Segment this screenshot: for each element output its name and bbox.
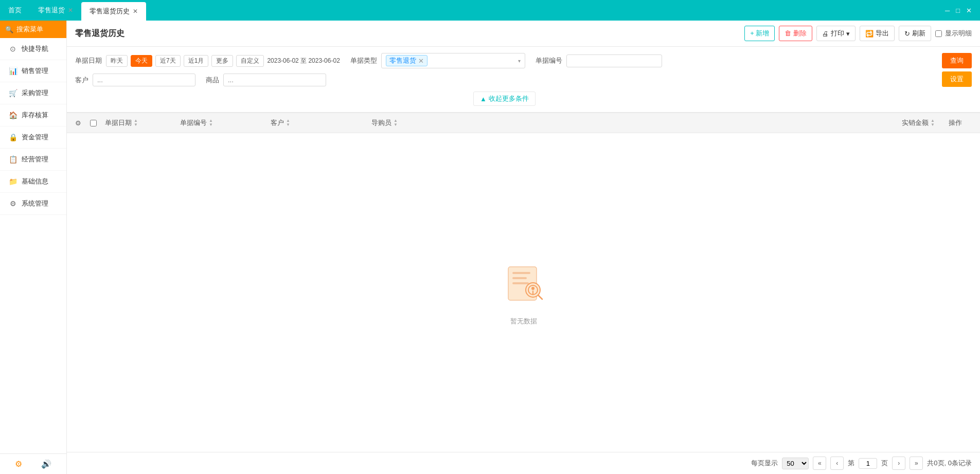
sidebar-item-inventory[interactable]: 🏠 库存核算 (0, 104, 66, 126)
prev-page-button[interactable]: ‹ (830, 457, 844, 470)
doctype-tag-remove[interactable]: ✕ (418, 57, 424, 65)
print-button[interactable]: 🖨 打印 ▾ (816, 26, 856, 41)
maximize-icon[interactable]: □ (956, 7, 960, 14)
date-btn-more[interactable]: 更多 (211, 55, 233, 67)
filter-goods-item: 商品 (206, 74, 326, 86)
date-filter-buttons: 昨天 今天 近7天 近1月 更多 自定义 2023-06-02 至 2023-0… (106, 55, 340, 67)
per-page-select[interactable]: 50 10 20 100 (782, 458, 809, 469)
page-title: 零售退货历史 (75, 28, 124, 39)
per-page-label: 每页显示 (751, 459, 778, 468)
retail-return-close-icon[interactable]: ✕ (68, 7, 73, 14)
tab-area: 首页 零售退货 ✕ 零售退货历史 ✕ (0, 0, 937, 21)
tab-home[interactable]: 首页 (0, 0, 30, 21)
th-number-label: 单据编号 (180, 118, 207, 127)
minimize-icon[interactable]: ─ (945, 7, 950, 14)
th-action: 操作 (935, 118, 976, 127)
main-layout: 🔍 搜索菜单 ⊙ 快捷导航 📊 销售管理 🛒 采购管理 🏠 库存核算 🔒 (0, 21, 980, 474)
doctype-dropdown-arrow: ▾ (518, 58, 521, 64)
sidebar-item-purchase[interactable]: 🛒 采购管理 (0, 82, 66, 104)
sidebar-item-quick-nav[interactable]: ⊙ 快捷导航 (0, 38, 66, 60)
sidebar-search[interactable]: 🔍 搜索菜单 (0, 21, 66, 38)
filter-content: 单据日期 昨天 今天 近7天 近1月 更多 自定义 2023-06-02 至 2… (75, 53, 934, 106)
table-settings-icon[interactable]: ⚙ (71, 119, 85, 127)
th-amount[interactable]: 实销金额 ▲▼ (433, 118, 935, 127)
sidebar-item-sales[interactable]: 📊 销售管理 (0, 60, 66, 82)
total-info: 共0页, 0条记录 (927, 459, 972, 468)
pagination: 每页显示 50 10 20 100 « ‹ 第 页 › » 共0页, 0条记录 (67, 452, 980, 474)
filter-area: 单据日期 昨天 今天 近7天 近1月 更多 自定义 2023-06-02 至 2… (67, 47, 980, 113)
retail-return-tab-label: 零售退货 (38, 6, 65, 15)
date-btn-custom[interactable]: 自定义 (236, 55, 264, 67)
doctype-tag-value: 零售退货 (389, 56, 416, 65)
purchase-icon: 🛒 (8, 88, 17, 98)
th-number[interactable]: 单据编号 ▲▼ (180, 118, 262, 127)
quick-nav-icon: ⊙ (8, 44, 17, 53)
system-icon: ⚙ (8, 199, 17, 208)
date-sort-icon: ▲▼ (134, 119, 138, 127)
customer-label: 客户 (75, 76, 88, 85)
sidebar-item-finance[interactable]: 🔒 资金管理 (0, 126, 66, 149)
date-btn-yesterday[interactable]: 昨天 (106, 55, 128, 67)
operation-icon: 📋 (8, 155, 17, 164)
new-button[interactable]: + 新增 (744, 26, 775, 41)
header-checkbox-col (85, 120, 101, 126)
print-dropdown-icon: ▾ (846, 30, 850, 38)
page-number-input[interactable] (859, 458, 877, 469)
display-detail-checkbox-area: 显示明细 (935, 29, 972, 38)
inventory-icon: 🏠 (8, 111, 17, 120)
first-page-button[interactable]: « (813, 457, 826, 470)
th-customer[interactable]: 客户 ▲▼ (271, 118, 363, 127)
empty-icon (498, 259, 549, 311)
filter-customer-item: 客户 (75, 74, 195, 86)
svg-rect-1 (512, 272, 530, 274)
export-button[interactable]: 🔁 导出 (860, 26, 895, 41)
number-sort-icon: ▲▼ (209, 119, 213, 127)
sidebar-item-label: 系统管理 (22, 199, 48, 208)
content-area: 零售退货历史 + 新增 🗑 删除 🖨 打印 ▾ 🔁 导出 ↻ 刷新 (67, 21, 980, 474)
sidebar-item-system[interactable]: ⚙ 系统管理 (0, 193, 66, 215)
page-unit: 页 (881, 459, 888, 468)
docnumber-input[interactable] (566, 54, 662, 67)
sidebar-bottom: ⚙ 🔊 (0, 453, 66, 474)
empty-state: 暂无数据 (67, 133, 980, 452)
goods-label: 商品 (206, 76, 219, 85)
settings-button[interactable]: 设置 (942, 71, 972, 87)
sales-icon: 📊 (8, 66, 17, 76)
customer-input[interactable] (93, 74, 195, 86)
display-detail-label: 显示明细 (945, 29, 972, 38)
tab-retail-return-history[interactable]: 零售退货历史 ✕ (81, 2, 146, 21)
filter-row-1: 单据日期 昨天 今天 近7天 近1月 更多 自定义 2023-06-02 至 2… (75, 53, 934, 68)
th-customer-label: 客户 (271, 118, 284, 127)
date-btn-today[interactable]: 今天 (131, 55, 152, 67)
last-page-button[interactable]: » (910, 457, 923, 470)
svg-rect-2 (512, 277, 527, 279)
date-btn-7days[interactable]: 近7天 (155, 55, 181, 67)
collapse-icon: ▲ (480, 95, 487, 103)
query-button[interactable]: 查询 (942, 53, 972, 68)
next-page-button[interactable]: › (892, 457, 905, 470)
search-label: 搜索菜单 (16, 25, 43, 34)
date-btn-1month[interactable]: 近1月 (184, 55, 209, 67)
retail-return-history-tab-label: 零售退货历史 (90, 7, 130, 16)
sidebar-item-basic-info[interactable]: 📁 基础信息 (0, 171, 66, 193)
export-label: 导出 (876, 29, 889, 38)
collapse-button[interactable]: ▲ 收起更多条件 (473, 92, 536, 106)
refresh-button[interactable]: ↻ 刷新 (899, 26, 931, 41)
delete-button[interactable]: 🗑 删除 (779, 26, 812, 41)
tab-retail-return[interactable]: 零售退货 ✕ (30, 0, 81, 21)
select-all-checkbox[interactable] (90, 120, 97, 126)
doctype-select-wrapper[interactable]: 零售退货 ✕ ▾ (381, 53, 525, 68)
close-window-icon[interactable]: ✕ (966, 7, 972, 14)
volume-icon[interactable]: 🔊 (41, 459, 51, 469)
goods-input[interactable] (223, 74, 326, 86)
th-guide[interactable]: 导购员 ▲▼ (371, 118, 433, 127)
retail-return-history-close-icon[interactable]: ✕ (133, 8, 138, 15)
settings-gear-icon[interactable]: ⚙ (15, 459, 22, 469)
display-detail-checkbox[interactable] (935, 30, 942, 37)
sidebar-item-operation[interactable]: 📋 经营管理 (0, 149, 66, 171)
filter-actions: 查询 设置 (942, 53, 972, 87)
th-date[interactable]: 单据日期 ▲▼ (105, 118, 172, 127)
page-label: 第 (848, 459, 854, 468)
sidebar-item-label: 采购管理 (22, 88, 48, 98)
svg-line-6 (538, 295, 542, 299)
